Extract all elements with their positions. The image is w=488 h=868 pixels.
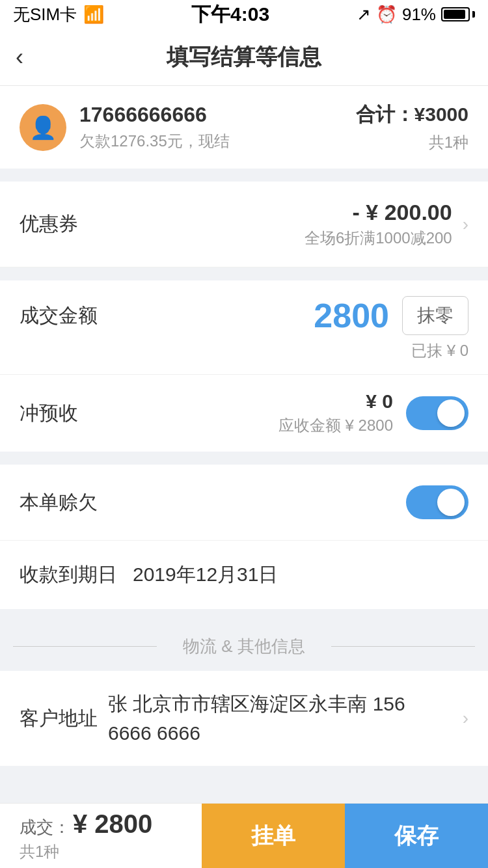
back-button[interactable]: ‹	[16, 44, 23, 71]
status-right: ↗ ⏰ 91%	[357, 5, 475, 25]
customer-left: 👤 17666666666 欠款1276.35元，现结	[20, 103, 230, 152]
debt-row: 本单赊欠	[0, 465, 488, 540]
deal-amount-label: 成交金额	[20, 303, 98, 329]
page-title: 填写结算等信息	[167, 42, 321, 72]
prepay-info: ¥ 0 应收金额 ¥ 2800	[278, 390, 393, 436]
status-bar: 无SIM卡 📶 下午4:03 ↗ ⏰ 91%	[0, 0, 488, 29]
chevron-right-icon: ›	[463, 214, 468, 235]
due-date-label: 收款到期日	[20, 562, 117, 588]
due-date-value: 2019年12月31日	[133, 562, 278, 588]
customer-phone: 17666666666	[79, 103, 230, 127]
pending-button[interactable]: 挂单	[202, 804, 345, 869]
status-left: 无SIM卡 📶	[13, 3, 104, 26]
prepay-value: ¥ 0	[278, 390, 393, 413]
coupon-desc: 全场6折满1000减200	[305, 228, 452, 249]
save-button[interactable]: 保存	[345, 804, 488, 869]
bottom-bar: 成交： ¥ 2800 共1种 挂单 保存	[0, 803, 488, 868]
alarm-icon: ⏰	[376, 5, 397, 25]
total-amount: 合计：¥3000	[356, 102, 468, 128]
address-value: 张 北京市市辖区海淀区永丰南 156 6666 6666	[108, 689, 452, 748]
amount-sub: 已抹 ¥ 0	[0, 340, 488, 374]
divider3	[0, 452, 488, 465]
bottom-count: 共1种	[20, 841, 182, 862]
divider-line-right	[331, 646, 475, 647]
address-label: 客户地址	[20, 705, 98, 732]
coupon-row[interactable]: 优惠券 - ¥ 200.00 全场6折满1000减200 ›	[0, 182, 488, 267]
status-time: 下午4:03	[191, 1, 269, 28]
bottom-deal-label: 成交：	[20, 816, 70, 839]
prepay-row: 冲预收 ¥ 0 应收金额 ¥ 2800	[0, 375, 488, 452]
coupon-value: - ¥ 200.00	[305, 200, 452, 225]
customer-row: 👤 17666666666 欠款1276.35元，现结 合计：¥3000 共1种	[20, 102, 468, 153]
nav-bar: ‹ 填写结算等信息	[0, 29, 488, 86]
wifi-icon: 📶	[83, 5, 104, 25]
customer-card: 👤 17666666666 欠款1276.35元，现结 合计：¥3000 共1种	[0, 86, 488, 169]
bottom-left: 成交： ¥ 2800 共1种	[0, 809, 202, 862]
divider-line-left	[13, 646, 157, 647]
deal-amount-row: 成交金额 2800 抹零	[0, 280, 488, 340]
divider1	[0, 169, 488, 182]
coupon-right: - ¥ 200.00 全场6折满1000减200 ›	[305, 200, 468, 249]
prepay-toggle[interactable]	[406, 396, 468, 430]
round-button[interactable]: 抹零	[402, 296, 468, 335]
due-date-row: 收款到期日 2019年12月31日	[0, 541, 488, 609]
avatar: 👤	[20, 104, 66, 151]
battery-percent: 91%	[402, 5, 436, 25]
deal-amount-right: 2800 抹零	[314, 296, 468, 335]
debt-label: 本单赊欠	[20, 489, 98, 516]
logistics-section: 物流 & 其他信息	[0, 622, 488, 671]
prepay-label: 冲预收	[20, 400, 78, 427]
prepay-desc: 应收金额 ¥ 2800	[278, 415, 393, 436]
customer-debt: 欠款1276.35元，现结	[79, 131, 230, 152]
coupon-label: 优惠券	[20, 211, 78, 237]
toggle-knob	[437, 400, 465, 427]
logistics-label: 物流 & 其他信息	[183, 635, 305, 658]
carrier-text: 无SIM卡	[13, 3, 77, 26]
prepay-right: ¥ 0 应收金额 ¥ 2800	[278, 390, 468, 436]
address-row[interactable]: 客户地址 张 北京市市辖区海淀区永丰南 156 6666 6666 ›	[0, 671, 488, 766]
customer-total: 合计：¥3000 共1种	[356, 102, 468, 153]
debt-toggle-knob	[437, 489, 465, 516]
battery-icon	[441, 7, 475, 21]
avatar-icon: 👤	[29, 115, 57, 141]
customer-info: 17666666666 欠款1276.35元，现结	[79, 103, 230, 152]
location-icon: ↗	[357, 5, 371, 25]
divider5	[0, 609, 488, 622]
deal-amount-value: 2800	[314, 296, 389, 335]
debt-toggle[interactable]	[406, 485, 468, 519]
total-count: 共1种	[356, 132, 468, 153]
divider2	[0, 267, 488, 280]
bottom-amount: ¥ 2800	[73, 809, 152, 839]
address-chevron-icon: ›	[463, 708, 468, 729]
